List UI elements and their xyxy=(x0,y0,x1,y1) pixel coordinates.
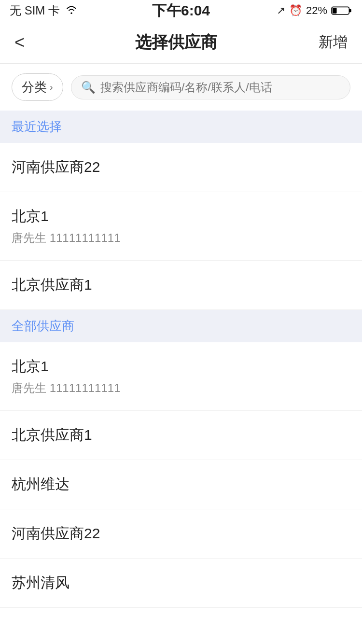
list-item-name: 北京1 xyxy=(12,207,350,226)
list-item[interactable]: 杭州维达 xyxy=(0,460,362,509)
alarm-icon: ⏰ xyxy=(289,4,302,17)
list-item-name: 河南供应商22 xyxy=(12,524,350,544)
list-item[interactable]: 北京供应商1 xyxy=(0,411,362,460)
list-item-name: 杭州维达 xyxy=(12,475,350,494)
add-button[interactable]: 新增 xyxy=(309,32,348,52)
status-bar-left: 无 SIM 卡 xyxy=(10,3,78,18)
recent-list: 河南供应商22 北京1 唐先生 11111111111 北京供应商1 xyxy=(0,143,362,310)
list-item-name: 河南供应商22 xyxy=(12,157,350,177)
category-filter[interactable]: 分类 › xyxy=(12,73,63,101)
wifi-icon xyxy=(65,4,78,17)
list-item[interactable]: 河南供应商22 xyxy=(0,509,362,559)
recent-section-label: 最近选择 xyxy=(12,119,62,134)
list-item-name: 北京1 xyxy=(12,357,350,377)
category-label: 分类 xyxy=(22,79,47,96)
search-icon: 🔍 xyxy=(81,81,96,94)
recent-section-header: 最近选择 xyxy=(0,111,362,143)
svg-rect-1 xyxy=(349,9,351,13)
carrier-text: 无 SIM 卡 xyxy=(10,3,60,18)
nav-bar: < 选择供应商 新增 xyxy=(0,21,362,64)
nav-title: 选择供应商 xyxy=(43,31,309,54)
list-item[interactable]: 苏州清风 xyxy=(0,559,362,608)
status-bar-time: 下午6:04 xyxy=(152,1,210,21)
battery-text: 22% xyxy=(306,4,327,17)
status-bar-right: ↗ ⏰ 22% xyxy=(277,4,352,17)
list-item[interactable]: 北京1 唐先生 11111111111 xyxy=(0,192,362,261)
location-icon: ↗ xyxy=(277,4,285,17)
list-item-name: 北京供应商1 xyxy=(12,275,350,295)
svg-rect-2 xyxy=(333,8,337,14)
list-item-name: 苏州清风 xyxy=(12,573,350,593)
list-item-sub: 唐先生 11111111111 xyxy=(12,380,350,396)
status-bar: 无 SIM 卡 下午6:04 ↗ ⏰ 22% xyxy=(0,0,362,21)
all-section-header: 全部供应商 xyxy=(0,310,362,342)
list-item-sub: 唐先生 11111111111 xyxy=(12,230,350,246)
back-button[interactable]: < xyxy=(14,32,43,53)
chevron-right-icon: › xyxy=(50,82,53,93)
list-item-name: 北京供应商1 xyxy=(12,425,350,445)
list-item[interactable]: 北京供应商1 xyxy=(0,261,362,310)
battery-icon xyxy=(331,5,352,16)
all-section-label: 全部供应商 xyxy=(12,319,74,333)
list-item[interactable]: 北京1 唐先生 11111111111 xyxy=(0,342,362,411)
list-item[interactable]: 河南供应商22 xyxy=(0,143,362,192)
all-list: 北京1 唐先生 11111111111 北京供应商1 杭州维达 河南供应商22 … xyxy=(0,342,362,608)
search-box[interactable]: 🔍 xyxy=(71,75,350,99)
filter-bar: 分类 › 🔍 xyxy=(0,64,362,111)
search-input[interactable] xyxy=(100,81,340,94)
